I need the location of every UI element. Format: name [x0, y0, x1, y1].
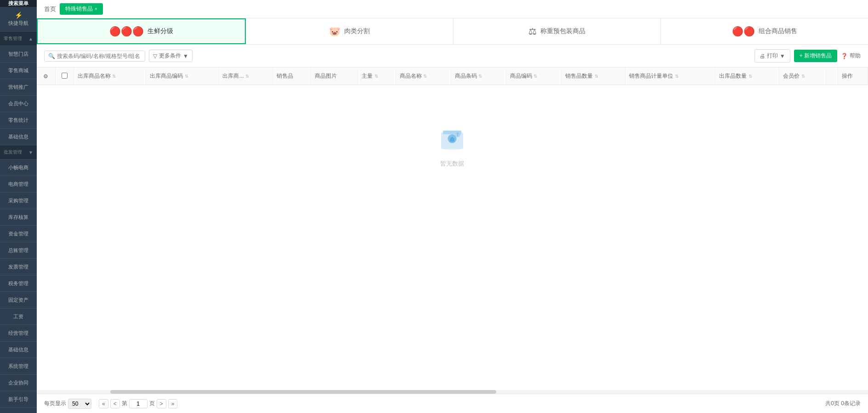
search-icon: 🔍: [48, 53, 55, 59]
sort-icon: ⇅: [423, 74, 427, 79]
select-all-checkbox[interactable]: [62, 73, 68, 79]
sidebar-item-retail-stats[interactable]: 零售统计: [0, 112, 37, 129]
per-page-selector: 每页显示 50 10 20 100: [44, 399, 91, 409]
next-page-button[interactable]: >: [157, 399, 166, 408]
per-page-select[interactable]: 50 10 20 100: [68, 399, 91, 409]
print-icon: 🖨: [760, 53, 765, 59]
data-table-container: ⚙ 出库商品名称 ⇅ 出库商品编码 ⇅ 出库商... ⇅: [37, 68, 868, 390]
sort-icon: ⇅: [374, 74, 378, 79]
sidebar-item-smart-store[interactable]: 智慧门店: [0, 46, 37, 63]
empty-text: 暂无数据: [440, 160, 464, 168]
sidebar-item-marketing[interactable]: 营销推广: [0, 79, 37, 96]
last-page-button[interactable]: »: [168, 399, 178, 408]
category-tabs: 🔴🔴🔴 生鲜分级 🐷 肉类分割 ⚖ 称重预包装商品 🔴🔴 组合商品销售: [37, 18, 868, 45]
total-info: 共0页 0条记录: [825, 400, 861, 407]
th-sales-qty[interactable]: 销售品数量 ⇅: [562, 68, 625, 85]
active-tab[interactable]: 特殊销售品 ×: [60, 3, 103, 15]
th-product-image[interactable]: 商品图片: [311, 68, 357, 85]
print-button[interactable]: 🖨 打印 ▼: [755, 49, 790, 63]
th-warehouse-extra[interactable]: 出库商... ⇅: [219, 68, 272, 85]
sidebar-item-salary[interactable]: 工资: [0, 309, 37, 325]
sidebar-item-fixed-assets[interactable]: 固定资产: [0, 292, 37, 309]
tab-meat-cut[interactable]: 🐷 肉类分割: [246, 18, 454, 44]
data-table: ⚙ 出库商品名称 ⇅ 出库商品编码 ⇅ 出库商... ⇅: [37, 68, 868, 205]
horizontal-scrollbar[interactable]: [37, 390, 868, 394]
sidebar-item-quick-nav[interactable]: ⚡ 快捷导航: [0, 7, 37, 32]
th-warehouse-code[interactable]: 出库商品编码 ⇅: [146, 68, 219, 85]
sidebar-item-operations[interactable]: 经营管理: [0, 325, 37, 342]
combo-icon: 🔴🔴: [732, 26, 755, 37]
sidebar-item-invoice[interactable]: 发票管理: [0, 259, 37, 275]
close-tab-icon[interactable]: ×: [95, 6, 97, 11]
sidebar-item-base-info-2[interactable]: 基础信息: [0, 342, 37, 358]
meat-icon: 🐷: [329, 26, 340, 37]
chevron-down-icon: ▲: [28, 36, 33, 41]
chevron-icon: ▼: [28, 150, 33, 155]
pagination-bar: 每页显示 50 10 20 100 « < 第 页 > » 共0页 0条记录: [37, 394, 868, 413]
help-button[interactable]: ❓ 帮助: [841, 52, 861, 60]
th-unit[interactable]: 销售商品计量单位 ⇅: [625, 68, 715, 85]
filter-icon: ▽: [153, 53, 157, 59]
fresh-grade-icon: 🔴🔴🔴: [109, 26, 144, 37]
sidebar-item-base-info-1[interactable]: 基础信息: [0, 129, 37, 145]
quick-nav-icon: ⚡: [15, 11, 23, 19]
sidebar-item-tax[interactable]: 税务管理: [0, 275, 37, 292]
th-warehouse-name[interactable]: 出库商品名称 ⇅: [74, 68, 146, 85]
sort-icon: ⇅: [801, 74, 805, 79]
sidebar-item-finance[interactable]: 资金管理: [0, 226, 37, 242]
sort-icon: ⇅: [675, 74, 679, 79]
sort-icon: ⇅: [595, 74, 598, 79]
print-dropdown-icon: ▼: [780, 53, 785, 59]
first-page-button[interactable]: «: [99, 399, 108, 408]
th-settings[interactable]: ⚙: [37, 68, 55, 85]
empty-illustration: [434, 122, 471, 154]
sort-icon: ⇅: [185, 74, 188, 79]
main-content: 首页 特殊销售品 × 🔴🔴🔴 生鲜分级 🐷 肉类分割 ⚖ 称重预包装商品 🔴🔴: [37, 0, 868, 413]
th-checkbox[interactable]: [55, 68, 74, 85]
sidebar-item-tutorial[interactable]: 新手引导: [0, 391, 37, 408]
page-navigation: « < 第 页 > »: [99, 399, 177, 408]
scroll-thumb[interactable]: [110, 390, 496, 394]
home-breadcrumb[interactable]: 首页: [44, 5, 56, 13]
search-box[interactable]: 🔍: [44, 51, 145, 62]
sidebar-item-wholesale[interactable]: 批发管理 ▼: [0, 145, 37, 160]
th-product-name[interactable]: 商品名称 ⇅: [396, 68, 451, 85]
sidebar: 搜索菜单 ⚡ 快捷导航 零售管理 ▲ 智慧门店 零售商城 营销推广 会员中心 零…: [0, 0, 37, 413]
sidebar-item-ecommerce-mgmt[interactable]: 电商管理: [0, 176, 37, 193]
th-product-code[interactable]: 商品编码 ⇅: [506, 68, 562, 85]
sort-icon: ⇅: [749, 74, 752, 79]
prev-page-button[interactable]: <: [110, 399, 120, 408]
sidebar-item-collab[interactable]: 企业协同: [0, 375, 37, 391]
settings-gear-icon[interactable]: ⚙: [0, 408, 37, 413]
topbar: 首页 特殊销售品 ×: [37, 0, 868, 18]
sort-icon: ⇅: [478, 74, 482, 79]
tab-weight-prepack[interactable]: ⚖ 称重预包装商品: [454, 18, 661, 44]
tab-fresh-grade[interactable]: 🔴🔴🔴 生鲜分级: [37, 18, 246, 44]
new-product-button[interactable]: + 新增销售品: [794, 50, 837, 62]
scale-icon: ⚖: [528, 26, 537, 37]
sidebar-item-ecommerce[interactable]: 小畅电商: [0, 160, 37, 176]
sidebar-item-system[interactable]: 系统管理: [0, 358, 37, 375]
sort-icon: ⇅: [533, 74, 537, 79]
sidebar-item-inventory[interactable]: 库存核算: [0, 209, 37, 226]
tab-combo-goods[interactable]: 🔴🔴 组合商品销售: [661, 18, 868, 44]
sidebar-item-retail-mgmt[interactable]: 零售管理 ▲: [0, 32, 37, 46]
search-input[interactable]: [57, 53, 140, 59]
th-operation[interactable]: 操作: [838, 68, 868, 85]
sidebar-logo[interactable]: 搜索菜单: [0, 0, 37, 7]
th-member-price[interactable]: 会员价 ⇅: [779, 68, 826, 85]
sidebar-item-ledger[interactable]: 总账管理: [0, 242, 37, 259]
page-number-input[interactable]: [129, 399, 148, 408]
th-main-qty[interactable]: 主量 ⇅: [358, 68, 396, 85]
th-extra[interactable]: [826, 68, 838, 85]
sort-icon: ⇅: [112, 74, 116, 79]
help-icon: ❓: [841, 53, 848, 59]
th-out-qty[interactable]: 出库品数量 ⇅: [715, 68, 779, 85]
th-barcode[interactable]: 商品条码 ⇅: [451, 68, 506, 85]
sidebar-item-retail-mall[interactable]: 零售商城: [0, 63, 37, 79]
sidebar-item-purchase[interactable]: 采购管理: [0, 193, 37, 209]
sidebar-item-member[interactable]: 会员中心: [0, 96, 37, 112]
filter-button[interactable]: ▽ 更多条件 ▼: [149, 50, 193, 62]
th-sales-item[interactable]: 销售品: [272, 68, 311, 85]
toolbar: 🔍 ▽ 更多条件 ▼ 🖨 打印 ▼ + 新增销售品 ❓ 帮助: [37, 45, 868, 68]
